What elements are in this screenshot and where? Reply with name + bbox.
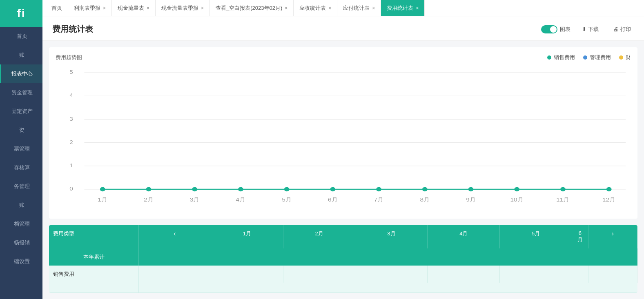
tab-bar: 首页 利润表季报 × 现金流量表 × 现金流量表季报 × 查看_空白报表(202… [42, 0, 644, 16]
svg-point-22 [560, 187, 566, 192]
tab-cashflow-quarterly[interactable]: 现金流量表季报 × [156, 0, 210, 16]
td-m1 [211, 266, 283, 283]
svg-text:3: 3 [69, 116, 73, 122]
svg-point-17 [330, 187, 335, 192]
sidebar-item-ledger[interactable]: 账 [0, 46, 42, 64]
chart-toggle-container: 图表 [541, 25, 570, 33]
legend-dot-finance [619, 55, 623, 60]
chart-toggle[interactable] [541, 25, 557, 33]
th-m2: 2月 [283, 225, 356, 248]
tab-home[interactable]: 首页 [46, 0, 68, 16]
svg-point-15 [238, 187, 243, 192]
svg-text:8月: 8月 [420, 197, 430, 202]
svg-point-19 [422, 187, 428, 192]
table-section: 费用类型 ‹ 1月 2月 3月 4月 5月 [49, 225, 637, 293]
th-m4: 4月 [428, 225, 500, 248]
legend-label-finance: 财 [626, 54, 631, 61]
sidebar-item-base-settings[interactable]: 础设置 [0, 252, 42, 271]
svg-text:6月: 6月 [328, 197, 338, 202]
sidebar: fi 首页 账 报表中心 资金管理 固定资产 资 票管理 存核算 务管理 账 档… [0, 0, 42, 299]
svg-text:2: 2 [69, 139, 73, 145]
svg-text:11月: 11月 [556, 197, 569, 202]
svg-point-21 [514, 187, 519, 192]
th-prev-nav[interactable]: ‹ [139, 225, 211, 248]
chart-toggle-label: 图表 [560, 26, 570, 33]
svg-point-16 [284, 187, 290, 192]
legend-label-admin: 管理费用 [590, 54, 611, 61]
prev-month-icon[interactable]: ‹ [174, 230, 176, 237]
close-tab-blank-report[interactable]: × [285, 5, 287, 11]
svg-point-12 [100, 187, 105, 192]
main-area: 首页 利润表季报 × 现金流量表 × 现金流量表季报 × 查看_空白报表(202… [42, 0, 644, 299]
chart-legend: 销售费用 管理费用 财 [547, 54, 631, 61]
th-expense-type: 费用类型 [49, 225, 139, 248]
svg-text:4: 4 [69, 93, 73, 98]
header-actions: 图表 ⬇ 下载 🖨 打印 [541, 24, 634, 35]
sidebar-item-service-mgmt[interactable]: 务管理 [0, 177, 42, 196]
svg-text:4月: 4月 [236, 197, 246, 202]
print-icon: 🖨 [613, 26, 619, 32]
sidebar-item-invoice-mgmt[interactable]: 票管理 [0, 140, 42, 158]
legend-label-sales: 销售费用 [554, 54, 575, 61]
download-button[interactable]: ⬇ 下载 [579, 24, 602, 35]
table-row: 销售费用 [49, 266, 637, 293]
next-month-icon[interactable]: › [612, 230, 614, 237]
td-total [49, 283, 139, 292]
close-tab-receivable[interactable]: × [328, 5, 331, 11]
tab-receivable[interactable]: 应收统计表 × [294, 0, 337, 16]
svg-point-13 [146, 187, 152, 192]
chart-header: 费用趋势图 销售费用 管理费用 财 [56, 54, 631, 61]
th-next-nav[interactable]: › [588, 225, 637, 248]
svg-text:12月: 12月 [602, 197, 615, 202]
th-m3: 3月 [355, 225, 428, 248]
td-spacer [139, 266, 211, 283]
svg-point-23 [606, 187, 612, 192]
td-nav-spacer [588, 266, 637, 283]
sidebar-logo: fi [0, 0, 42, 27]
tab-expense-stats[interactable]: 费用统计表 × [381, 0, 425, 16]
td-m3 [355, 266, 428, 283]
td-expense-type: 销售费用 [49, 266, 139, 283]
table-header-row: 费用类型 ‹ 1月 2月 3月 4月 5月 [49, 225, 637, 266]
td-m4 [428, 266, 500, 283]
svg-text:5月: 5月 [282, 197, 292, 202]
close-tab-expense-stats[interactable]: × [416, 5, 419, 11]
close-tab-profit-quarterly[interactable]: × [103, 5, 106, 11]
svg-text:10月: 10月 [510, 197, 524, 202]
tab-payable[interactable]: 应付统计表 × [337, 0, 381, 16]
sidebar-item-home[interactable]: 首页 [0, 27, 42, 46]
sidebar-item-archive-mgmt[interactable]: 档管理 [0, 215, 42, 233]
svg-text:5: 5 [69, 69, 73, 75]
legend-admin-expense: 管理费用 [583, 54, 611, 61]
close-tab-payable[interactable]: × [372, 5, 375, 11]
tab-blank-report[interactable]: 查看_空白报表(2023年02月) × [210, 0, 294, 16]
sidebar-item-account[interactable]: 账 [0, 196, 42, 215]
sidebar-item-inventory[interactable]: 存核算 [0, 158, 42, 177]
legend-dot-sales [547, 55, 551, 60]
tab-profit-quarterly[interactable]: 利润表季报 × [68, 0, 112, 16]
page-header: 费用统计表 图表 ⬇ 下载 🖨 打印 [42, 16, 644, 41]
th-annual-total: 本年累计 [49, 248, 139, 266]
chart-title: 费用趋势图 [56, 54, 82, 61]
th-m5: 5月 [500, 225, 572, 248]
svg-point-18 [376, 187, 381, 192]
sidebar-item-expense[interactable]: 畅报销 [0, 233, 42, 252]
close-tab-cashflow-quarterly[interactable]: × [201, 5, 204, 11]
td-m5 [500, 266, 572, 283]
sidebar-item-assets[interactable]: 资 [0, 121, 42, 140]
tab-cashflow[interactable]: 现金流量表 × [112, 0, 156, 16]
td-m2 [283, 266, 356, 283]
svg-text:1月: 1月 [98, 197, 107, 202]
chart-wrapper: 5 4 3 2 1 0 [56, 65, 631, 212]
close-tab-cashflow[interactable]: × [147, 5, 149, 11]
sidebar-item-report-center[interactable]: 报表中心 [0, 64, 42, 83]
chart-section: 费用趋势图 销售费用 管理费用 财 [49, 47, 637, 219]
svg-text:0: 0 [69, 186, 73, 191]
sidebar-item-fixed-assets[interactable]: 固定资产 [0, 102, 42, 121]
print-button[interactable]: 🖨 打印 [610, 24, 634, 35]
page-title: 费用统计表 [52, 24, 93, 35]
svg-text:1: 1 [69, 162, 73, 168]
sidebar-item-fund-mgmt[interactable]: 资金管理 [0, 83, 42, 102]
svg-text:2月: 2月 [144, 197, 154, 202]
th-m1: 1月 [211, 225, 283, 248]
